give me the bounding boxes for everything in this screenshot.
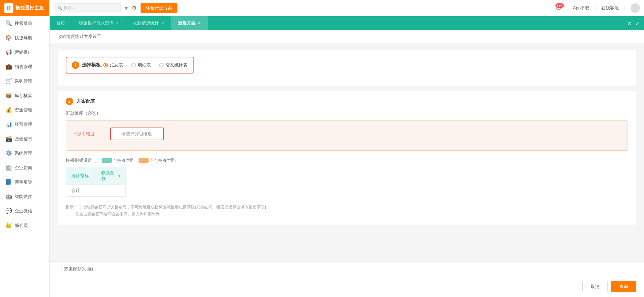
hardware-icon: 🤖 bbox=[5, 193, 12, 200]
system-icon: ⚙️ bbox=[5, 150, 12, 156]
sidebar-item-finance[interactable]: 💰 资金管理 bbox=[0, 103, 49, 117]
radio-cross-label: 交叉统计表 bbox=[166, 62, 187, 68]
notification-icon[interactable]: 💬 99+ bbox=[556, 5, 561, 10]
enterprise-icon: 🏢 bbox=[5, 164, 12, 171]
content-header: 收款情况统计方案设置 bbox=[50, 30, 644, 43]
tab-receivables[interactable]: 收款情况统计 ✕ bbox=[126, 16, 171, 30]
save-plan-checkbox-label[interactable]: 方案保存(可选) bbox=[58, 266, 93, 272]
basic-icon: 🗃️ bbox=[5, 136, 12, 142]
step1-number: 1 bbox=[72, 61, 79, 69]
vertical-dim-label: * 纵向维度 bbox=[74, 131, 95, 137]
hint2: 2.点击标题栏下拉可设置排序、插入列和删除列 bbox=[66, 211, 628, 217]
tab-cash-flow[interactable]: 现金银行流水查询 ✕ bbox=[72, 16, 126, 30]
arrow-icon: → bbox=[100, 131, 105, 137]
dim-select-box[interactable]: 请选择分组维度 bbox=[110, 128, 164, 140]
draggable-indicator: 可拖动位置 bbox=[102, 158, 133, 163]
summary-dimension-label: 汇总维度（必选） bbox=[66, 110, 628, 116]
radio-summary-circle bbox=[103, 63, 108, 67]
sidebar-item-marketing[interactable]: 📢 营销推广 bbox=[0, 45, 49, 59]
action-bar: 取消 查询 bbox=[50, 276, 644, 297]
radio-detail-circle bbox=[131, 63, 136, 67]
metrics-label-text: 模板指标设定（ bbox=[66, 157, 96, 163]
sidebar-item-label: 搜索菜单 bbox=[15, 20, 32, 27]
topbar-search-box[interactable]: 🔍 搜索... bbox=[54, 3, 121, 12]
draggable-icon bbox=[102, 158, 112, 163]
non-draggable-indicator: 不可拖动位置） bbox=[139, 158, 178, 163]
sidebar-item-system[interactable]: ⚙️ 系统管理 bbox=[0, 146, 49, 160]
search-icon: 🔍 bbox=[5, 20, 12, 27]
metrics-header-row: 统计指标 收款金额 ▾ bbox=[66, 167, 125, 185]
topbar-sep1: | bbox=[567, 5, 568, 10]
sidebar-item-basic[interactable]: 🗃️ 基础信息 bbox=[0, 132, 49, 146]
summary-dimension-section: 汇总维度（必选） * 纵向维度 → 请选择分组维度 bbox=[66, 110, 628, 151]
metrics-column-label: 收款金额 bbox=[101, 170, 117, 182]
sidebar-item-purchase[interactable]: 🛒 采购管理 bbox=[0, 74, 49, 88]
step2-section: 2 方案配置 汇总维度（必选） * 纵向维度 → 请选择分组维度 bbox=[58, 91, 636, 225]
radio-summary[interactable]: 汇总表 bbox=[103, 62, 123, 68]
sidebar-item-wechat[interactable]: 💬 企业微信 bbox=[0, 204, 49, 218]
dimension-area: * 纵向维度 → 请选择分组维度 bbox=[66, 120, 628, 151]
sidebar-item-label: 销售管理 bbox=[15, 64, 32, 70]
sidebar-item-nav[interactable]: 🏠 快捷导航 bbox=[0, 31, 49, 45]
step2-title: 方案配置 bbox=[76, 98, 95, 104]
sidebar-item-label: 企业协同 bbox=[15, 165, 32, 171]
sidebar-item-label: 系统管理 bbox=[15, 150, 32, 156]
tab-home-label: 首页 bbox=[56, 20, 65, 26]
close-receivables-icon[interactable]: ✕ bbox=[161, 21, 164, 26]
radio-detail-label: 明细表 bbox=[138, 62, 151, 68]
step1-title: 选择模板 bbox=[82, 62, 101, 68]
draggable-label: 可拖动位置 bbox=[113, 158, 133, 163]
metrics-total-row: 合计 bbox=[66, 185, 125, 196]
marketing-icon: 📢 bbox=[5, 49, 12, 55]
inventory-icon: 📦 bbox=[5, 92, 12, 99]
avatar[interactable] bbox=[631, 3, 640, 13]
sidebar-item-inventory[interactable]: 📦 库存核算 bbox=[0, 88, 49, 103]
chevron-down-icon[interactable]: ▾ bbox=[125, 4, 128, 12]
tab-cash-flow-label: 现金银行流水查询 bbox=[79, 20, 114, 26]
metrics-column-header[interactable]: 收款金额 ▾ bbox=[96, 167, 126, 185]
guide-icon: 📘 bbox=[5, 179, 12, 185]
save-plan-checkbox[interactable] bbox=[58, 267, 62, 271]
hint1: 提示： 1.拖动标题栏可以调整布局，不可跨维度或指标区域拖动栏目字段(只能在同一… bbox=[66, 204, 628, 210]
step1-header: 1 选择模板 汇总表 明细表 bbox=[66, 57, 628, 73]
radio-detail[interactable]: 明细表 bbox=[131, 62, 151, 68]
sales-icon: 💼 bbox=[5, 63, 12, 70]
window-close-icon[interactable]: ✕ bbox=[627, 20, 632, 27]
search-placeholder-text: 搜索... bbox=[64, 5, 75, 11]
gear-icon[interactable]: ⚙ bbox=[132, 5, 137, 11]
sidebar-item-member[interactable]: 👑 畅会员 bbox=[0, 218, 49, 233]
page-title: 收款情况统计方案设置 bbox=[58, 34, 101, 39]
close-new-plan-icon[interactable]: ✕ bbox=[198, 21, 201, 26]
sidebar-item-label: 库存核算 bbox=[15, 93, 32, 99]
tab-new-plan[interactable]: 新建方案 ✕ bbox=[171, 16, 208, 30]
sidebar-item-label: 企业微信 bbox=[15, 208, 32, 214]
metrics-total-label: 合计 bbox=[71, 188, 80, 193]
close-cash-flow-icon[interactable]: ✕ bbox=[116, 21, 119, 26]
query-button[interactable]: 查询 bbox=[611, 281, 636, 292]
metrics-section-title: 统计指标 bbox=[66, 170, 96, 182]
sidebar-item-operations[interactable]: 📊 经营管理 bbox=[0, 117, 49, 132]
topbar-right: 💬 99+ | App下载 | 在线客服 | bbox=[556, 3, 640, 13]
cancel-button[interactable]: 取消 bbox=[582, 281, 608, 292]
sidebar-logo: 好 畅捷通好生意 bbox=[0, 0, 49, 16]
sidebar-item-hardware[interactable]: 🤖 智能硬件 bbox=[0, 189, 49, 204]
radio-cross-circle bbox=[159, 63, 164, 67]
online-support-link[interactable]: 在线客服 bbox=[601, 5, 619, 11]
sidebar-item-sales[interactable]: 💼 销售管理 bbox=[0, 59, 49, 74]
app-download-link[interactable]: App下载 bbox=[573, 5, 589, 11]
tab-home[interactable]: 首页 bbox=[50, 16, 72, 30]
radio-summary-label: 汇总表 bbox=[110, 62, 123, 68]
dim-placeholder: 请选择分组维度 bbox=[121, 131, 152, 137]
sidebar-item-guide[interactable]: 📘 新手引导 bbox=[0, 175, 49, 189]
purchase-icon: 🛒 bbox=[5, 78, 12, 84]
wechat-icon: 💬 bbox=[5, 208, 12, 214]
window-expand-icon[interactable]: ⤢ bbox=[636, 20, 640, 27]
metrics-section: 模板指标设定（ 可拖动位置 不可拖动位置） 统计 bbox=[66, 157, 628, 198]
save-plan-label: 方案保存(可选) bbox=[64, 266, 93, 272]
sidebar: 好 畅捷通好生意 🔍 搜索菜单 🏠 快捷导航 📢 营销推广 💼 销售管理 🛒 采… bbox=[0, 0, 50, 297]
trial-button[interactable]: 体验行业方案 bbox=[141, 3, 177, 13]
sidebar-item-search[interactable]: 🔍 搜索菜单 bbox=[0, 16, 49, 31]
non-draggable-icon bbox=[139, 158, 149, 163]
radio-cross[interactable]: 交叉统计表 bbox=[159, 62, 187, 68]
sidebar-item-enterprise[interactable]: 🏢 企业协同 bbox=[0, 160, 49, 175]
